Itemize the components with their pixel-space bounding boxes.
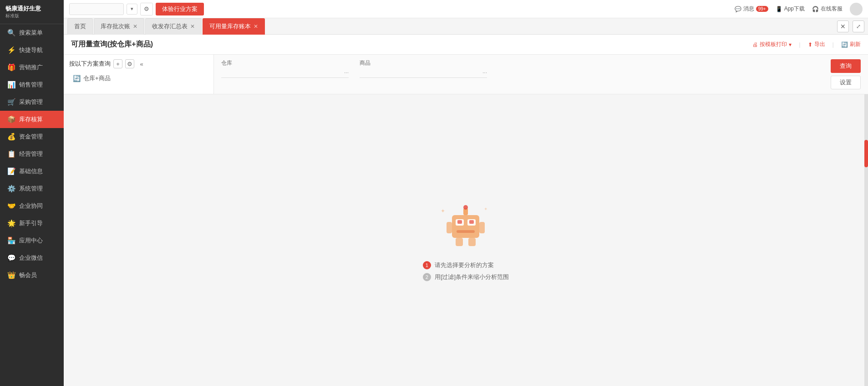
sidebar-logo-title: 畅康通好生意 (5, 5, 58, 13)
tab-batch-account[interactable]: 库存批次账✕ (94, 18, 144, 35)
sidebar-icon-purchase: 🛒 (7, 98, 15, 106)
sidebar-label-basic: 基础信息 (19, 167, 43, 175)
sidebar-item-marketing[interactable]: 🎁 营销推广 (0, 59, 64, 76)
sidebar-item-shortcuts[interactable]: ⚡ 快捷导航 (0, 41, 64, 59)
collapse-scheme-btn[interactable]: « (137, 59, 146, 68)
product-field-group: 商品 ··· (360, 59, 487, 78)
sidebar-icon-shortcuts: ⚡ (7, 46, 15, 54)
query-actions: 查询 设置 (823, 55, 868, 94)
right-scrollbar[interactable] (864, 94, 868, 386)
add-scheme-btn[interactable]: + (113, 59, 122, 68)
scheme-label: 按以下方案查询 (69, 60, 111, 68)
tab-close-batch-account[interactable]: ✕ (133, 23, 137, 30)
sidebar-label-appstore: 应用中心 (19, 237, 43, 245)
sidebar-item-basic[interactable]: 📝 基础信息 (0, 163, 64, 180)
phone-icon: 📱 (776, 6, 782, 12)
divider1: | (799, 41, 800, 48)
query-button[interactable]: 查询 (831, 59, 861, 73)
divider2: | (832, 41, 834, 48)
sidebar-item-operations[interactable]: 📋 经营管理 (0, 145, 64, 163)
sidebar-item-newbie[interactable]: 🌟 新手引导 (0, 215, 64, 232)
warehouse-label: 仓库 (221, 59, 349, 67)
tabs-expand-btn[interactable]: ⤢ (853, 21, 864, 32)
empty-state: ✦ ✦ 1 请先选择要分析的方案 2 用[过滤]条件来缩小分析范围 (423, 199, 509, 281)
warehouse-field-group: 仓库 ··· (221, 59, 349, 78)
topbar-search-input[interactable] (69, 3, 124, 15)
svg-rect-10 (456, 238, 463, 246)
scheme-item-warehouse-product[interactable]: 🔄 仓库+商品 (69, 72, 208, 85)
tab-label-available-qty: 可用量库存账本 (209, 22, 251, 31)
sidebar-item-finance[interactable]: 💰 资金管理 (0, 128, 64, 145)
tab-receipt-summary[interactable]: 收发存汇总表✕ (145, 18, 202, 35)
app-download-item[interactable]: 📱 App下载 (776, 5, 805, 13)
refresh-icon: 🔄 (841, 41, 848, 48)
sidebar-icon-appstore: 🏪 (7, 237, 15, 245)
export-icon: ⬆ (808, 41, 812, 48)
refresh-action[interactable]: 🔄 刷新 (841, 41, 861, 48)
sidebar-item-inventory[interactable]: 📦 库存核算 (0, 111, 64, 128)
query-fields-panel: 仓库 ··· 商品 ··· (214, 55, 823, 94)
export-action[interactable]: ⬆ 导出 (808, 41, 825, 48)
svg-rect-11 (468, 238, 476, 246)
warehouse-field-input: ··· (221, 69, 349, 78)
notification-item[interactable]: 💬 消息 99+ (735, 5, 768, 13)
svg-rect-0 (452, 215, 479, 238)
hint-item-1: 1 请先选择要分析的方案 (423, 261, 509, 269)
sidebar-item-appstore[interactable]: 🏪 应用中心 (0, 232, 64, 249)
sidebar-item-purchase[interactable]: 🛒 采购管理 (0, 93, 64, 111)
tab-home[interactable]: 首页 (67, 18, 93, 35)
sidebar-label-newbie: 新手引导 (19, 219, 43, 227)
tab-label-home: 首页 (74, 22, 86, 31)
tab-close-available-qty[interactable]: ✕ (254, 23, 258, 30)
edit-scheme-btn[interactable]: ⚙ (125, 59, 134, 68)
sidebar: 畅康通好生意 标准版 🔍 搜索菜单 ⚡ 快捷导航 🎁 营销推广 📊 销售管理 🛒… (0, 0, 64, 386)
sidebar-header: 畅康通好生意 标准版 (0, 0, 64, 24)
query-scheme-panel: 按以下方案查询 + ⚙ « 🔄 仓库+商品 (64, 55, 214, 94)
sidebar-label-marketing: 营销推广 (19, 63, 43, 72)
hint-num-2: 2 (423, 273, 431, 281)
product-input[interactable] (360, 69, 480, 76)
notification-badge: 99+ (756, 6, 768, 12)
app-download-label: App下载 (784, 5, 805, 13)
sidebar-item-wechat[interactable]: 💬 企业微信 (0, 249, 64, 267)
tab-close-receipt-summary[interactable]: ✕ (190, 23, 195, 30)
tabs-right: ✕ ⤢ (837, 21, 868, 32)
sidebar-icon-member: 👑 (7, 271, 15, 279)
sidebar-item-enterprise[interactable]: 🤝 企业协同 (0, 197, 64, 215)
online-service-label: 在线客服 (821, 5, 843, 13)
headset-icon: 🎧 (812, 6, 819, 12)
export-label: 导出 (814, 41, 825, 48)
topbar: ▾ ⚙ 体验行业方案 💬 消息 99+ 📱 App下载 🎧 在线客服 (64, 0, 868, 18)
product-more-btn[interactable]: ··· (482, 69, 487, 76)
sidebar-icon-marketing: 🎁 (7, 63, 15, 72)
sidebar-item-search[interactable]: 🔍 搜索菜单 (0, 24, 64, 41)
svg-rect-3 (457, 220, 462, 224)
topbar-dropdown-btn[interactable]: ▾ (127, 4, 137, 15)
scheme-item-icon: 🔄 (73, 75, 81, 82)
tab-available-qty[interactable]: 可用量库存账本✕ (203, 18, 265, 35)
notification-label: 消息 (743, 5, 754, 13)
sidebar-icon-operations: 📋 (7, 150, 15, 158)
main: ▾ ⚙ 体验行业方案 💬 消息 99+ 📱 App下载 🎧 在线客服 首页库存批… (64, 0, 868, 386)
online-service-item[interactable]: 🎧 在线客服 (812, 5, 843, 13)
sidebar-item-member[interactable]: 👑 畅会员 (0, 267, 64, 284)
sidebar-icon-newbie: 🌟 (7, 219, 15, 227)
sidebar-icon-finance: 💰 (7, 133, 15, 141)
topbar-gear-btn[interactable]: ⚙ (140, 3, 153, 15)
warehouse-input[interactable] (221, 69, 341, 76)
empty-hints: 1 请先选择要分析的方案 2 用[过滤]条件来缩小分析范围 (423, 261, 509, 281)
print-icon: 🖨 (752, 41, 758, 48)
sidebar-item-sales[interactable]: 📊 销售管理 (0, 76, 64, 93)
print-template-action[interactable]: 🖨 按模板打印 ▾ (752, 41, 792, 48)
svg-point-7 (463, 205, 468, 210)
refresh-label: 刷新 (850, 41, 861, 48)
trial-btn[interactable]: 体验行业方案 (156, 3, 204, 15)
sidebar-item-system[interactable]: ⚙️ 系统管理 (0, 180, 64, 197)
avatar[interactable] (850, 3, 863, 15)
tabs-close-btn[interactable]: ✕ (837, 21, 849, 32)
setting-button[interactable]: 设置 (831, 76, 861, 89)
topbar-right: 💬 消息 99+ 📱 App下载 🎧 在线客服 (735, 3, 863, 15)
warehouse-more-btn[interactable]: ··· (344, 69, 349, 76)
svg-rect-4 (469, 220, 474, 224)
tab-label-batch-account: 库存批次账 (101, 22, 130, 31)
